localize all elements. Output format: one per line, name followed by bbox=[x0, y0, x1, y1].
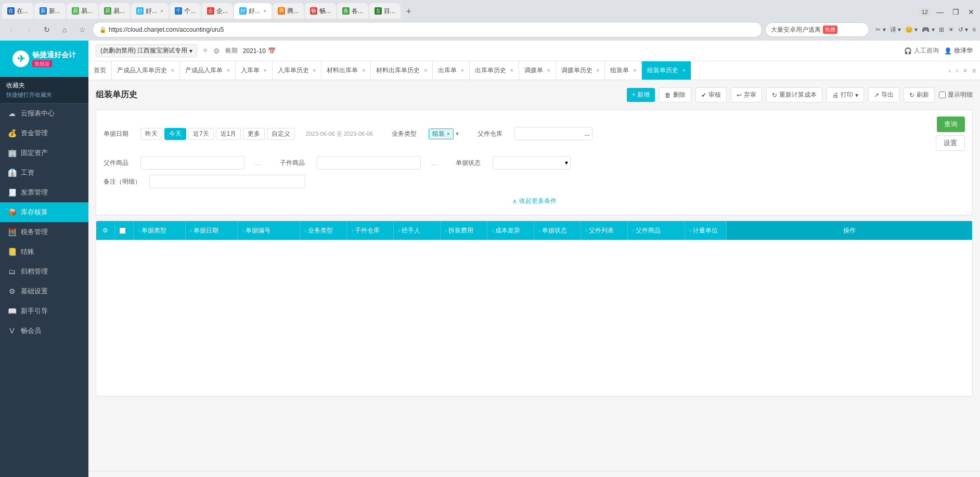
settings-button[interactable]: 设置 bbox=[936, 135, 965, 151]
print-button[interactable]: 🖨 打印 ▾ bbox=[827, 87, 864, 102]
th-no[interactable]: ↕ 单据编号 bbox=[238, 221, 300, 240]
url-bar[interactable]: 🔒 https://cloud.chanjet.com/accounting/u… bbox=[93, 22, 762, 37]
undo-icon-btn[interactable]: ↺ ▾ bbox=[958, 26, 968, 33]
th-status[interactable]: ↕ 单据状态 bbox=[534, 221, 581, 240]
nav-item-invoice[interactable]: 🧾 发票管理 bbox=[0, 183, 88, 202]
browser-tab-8[interactable]: 好 好... × bbox=[234, 3, 272, 19]
tab-close-5[interactable]: × bbox=[160, 8, 163, 14]
nav-item-member[interactable]: V 畅会员 bbox=[0, 321, 88, 341]
th-dismantlefee[interactable]: ↕ 拆装费用 bbox=[441, 221, 487, 240]
page-tab-material-outbound-history[interactable]: 材料出库单历史 × bbox=[371, 61, 433, 80]
page-tab-home[interactable]: 首页 bbox=[88, 61, 112, 80]
tab-close-8[interactable]: × bbox=[263, 8, 266, 14]
select-all-checkbox[interactable] bbox=[119, 227, 126, 234]
parent-wh-select[interactable]: ... bbox=[514, 127, 592, 140]
home-button[interactable]: ⌂ bbox=[57, 22, 72, 37]
page-tab-transfer-history[interactable]: 调拨单历史 × bbox=[556, 61, 605, 80]
date-btn-1month[interactable]: 近1月 bbox=[216, 128, 241, 140]
maximize-button[interactable]: ❐ bbox=[949, 5, 962, 19]
th-gear[interactable]: ⚙ bbox=[96, 221, 115, 240]
reload-button[interactable]: ↻ bbox=[40, 22, 54, 37]
nav-item-cloud-report[interactable]: ☁ 云报表中心 bbox=[0, 104, 88, 123]
child-goods-select[interactable] bbox=[317, 156, 421, 170]
cut-icon-btn[interactable]: ✂ ▾ bbox=[875, 26, 885, 33]
translate-icon-btn[interactable]: 译 ▾ bbox=[890, 25, 901, 34]
date-btn-more[interactable]: 更多 bbox=[243, 128, 265, 140]
show-detail-checkbox[interactable] bbox=[939, 92, 946, 98]
audit-button[interactable]: ✔ 审核 bbox=[695, 87, 727, 102]
page-tab-close-material-outbound[interactable]: × bbox=[362, 68, 365, 73]
date-btn-today[interactable]: 今天 bbox=[164, 128, 186, 140]
th-parentitem[interactable]: ↕ 父件商品 bbox=[628, 221, 685, 240]
page-tab-close-outbound-history[interactable]: × bbox=[510, 68, 513, 73]
parent-goods-dots[interactable]: ... bbox=[255, 159, 261, 167]
game-icon-btn[interactable]: 🎮 ▾ bbox=[922, 26, 934, 33]
grid-icon-btn[interactable]: ⊞ bbox=[939, 26, 944, 33]
browser-tab-9[interactable]: 腾 腾... bbox=[273, 3, 304, 19]
biz-type-dropdown-icon[interactable]: ▾ bbox=[456, 130, 459, 137]
browser-tab-2[interactable]: 新 新... bbox=[34, 3, 66, 19]
delete-button[interactable]: 🗑 删除 bbox=[659, 87, 691, 102]
nav-item-payroll[interactable]: 👔 工资 bbox=[0, 163, 88, 183]
th-parentlist[interactable]: ↕ 父件列表 bbox=[581, 221, 628, 240]
page-tab-outbound[interactable]: 出库单 × bbox=[433, 61, 470, 80]
tab-nav-left-arrow[interactable]: ‹ bbox=[947, 66, 953, 75]
search-box[interactable]: 大量安卓用户逃离 热搜 bbox=[765, 22, 869, 37]
recalc-button[interactable]: ↻ 重新计算成本 bbox=[766, 87, 822, 102]
page-tab-close-finished-goods[interactable]: × bbox=[227, 68, 230, 73]
page-tab-finished-goods-history[interactable]: 产成品入库单历史 × bbox=[112, 61, 180, 80]
page-tab-close-inbound[interactable]: × bbox=[264, 68, 267, 73]
page-tab-close-material-outbound-history[interactable]: × bbox=[424, 68, 427, 73]
tab-nav-right-arrow[interactable]: › bbox=[954, 66, 960, 75]
calendar-icon[interactable]: 📅 bbox=[268, 47, 276, 55]
page-tab-close-assembly-history[interactable]: × bbox=[682, 68, 686, 73]
minimize-button[interactable]: — bbox=[933, 5, 947, 19]
browser-tab-5[interactable]: 好 好... × bbox=[131, 3, 169, 19]
nav-item-fixed-assets[interactable]: 🏢 固定资产 bbox=[0, 143, 88, 163]
close-button[interactable]: ✕ bbox=[964, 5, 978, 19]
th-handler[interactable]: ↕ 经手人 bbox=[394, 221, 441, 240]
new-tab-button[interactable]: + bbox=[402, 4, 416, 19]
page-tab-inbound-history[interactable]: 入库单历史 × bbox=[273, 61, 322, 80]
collapse-bar[interactable]: ∧ 收起更多条件 bbox=[104, 194, 965, 209]
date-btn-yesterday[interactable]: 昨天 bbox=[140, 128, 162, 140]
th-type[interactable]: ↕ 单据类型 bbox=[134, 221, 186, 240]
page-tab-inbound[interactable]: 入库单 × bbox=[236, 61, 273, 80]
tab-nav-close-icon[interactable]: × bbox=[961, 66, 969, 75]
page-tab-outbound-history[interactable]: 出库单历史 × bbox=[470, 61, 519, 80]
tab-nav-menu-icon[interactable]: ≡ bbox=[970, 66, 978, 75]
browser-tab-11[interactable]: 各 各... bbox=[337, 3, 368, 19]
page-tab-close-finished-goods-history[interactable]: × bbox=[171, 68, 174, 73]
status-select[interactable]: ▾ bbox=[493, 156, 571, 170]
nav-item-archive[interactable]: 🗂 归档管理 bbox=[0, 262, 88, 281]
child-goods-dots[interactable]: ... bbox=[431, 159, 437, 167]
export-button[interactable]: ↗ 导出 bbox=[868, 87, 899, 102]
sun-icon-btn[interactable]: ☀ bbox=[948, 26, 954, 33]
company-selector[interactable]: (勿删勿禁用) 江西服宝测试专用 ▾ bbox=[96, 44, 197, 57]
browser-tab-1[interactable]: 在 在... bbox=[2, 3, 33, 19]
nav-item-guide[interactable]: 📖 新手引导 bbox=[0, 301, 88, 321]
refresh-button[interactable]: ↻ 刷新 bbox=[904, 87, 935, 102]
page-tab-close-inbound-history[interactable]: × bbox=[313, 68, 316, 73]
th-checkbox[interactable] bbox=[115, 221, 134, 240]
nav-item-inventory[interactable]: 📦 库存核算 bbox=[0, 202, 88, 222]
abandon-button[interactable]: ↩ 弃审 bbox=[731, 87, 762, 102]
browser-tab-10[interactable]: 畅 畅... bbox=[305, 3, 336, 19]
topbar-settings-icon[interactable]: ⚙ bbox=[213, 47, 220, 55]
menu-icon-btn[interactable]: ≡ bbox=[972, 26, 976, 33]
user-avatar[interactable]: 👤 徐泽华 bbox=[944, 46, 973, 55]
sidebar-bookmark[interactable]: 收藏夹 快捷键打开收藏夹 bbox=[0, 77, 88, 104]
query-button[interactable]: 查询 bbox=[937, 117, 965, 132]
th-date[interactable]: ↕ 单据日期 bbox=[186, 221, 238, 240]
page-tab-assembly[interactable]: 组装单 × bbox=[605, 61, 642, 80]
nav-item-basic-settings[interactable]: ⚙ 基础设置 bbox=[0, 281, 88, 301]
biz-type-tag-close[interactable]: × bbox=[447, 131, 450, 137]
th-wh[interactable]: ↕ 子件仓库 bbox=[347, 221, 394, 240]
page-tab-close-transfer-history[interactable]: × bbox=[597, 68, 600, 73]
page-tab-material-outbound[interactable]: 材料出库单 × bbox=[321, 61, 371, 80]
emoji-icon-btn[interactable]: 😊 ▾ bbox=[905, 26, 918, 33]
page-tab-finished-goods[interactable]: 产成品入库单 × bbox=[180, 61, 236, 80]
tab-count-badge[interactable]: 12 bbox=[919, 8, 931, 16]
page-tab-assembly-history[interactable]: 组装单历史 × bbox=[642, 61, 691, 80]
page-tab-transfer[interactable]: 调拨单 × bbox=[519, 61, 556, 80]
